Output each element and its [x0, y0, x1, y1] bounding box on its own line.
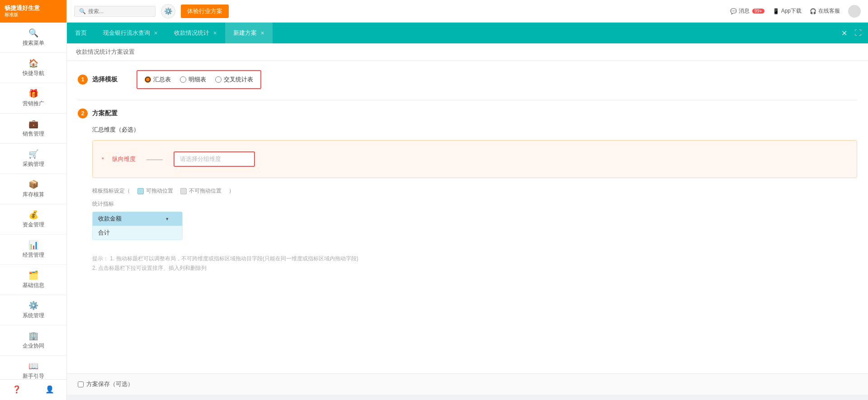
tab-home[interactable]: 首页 — [67, 23, 95, 43]
sidebar-item-purchase[interactable]: 🛒 采购管理 — [0, 144, 66, 174]
tab-new-plan[interactable]: 新建方案 ✕ — [225, 23, 273, 43]
radio-summary-input[interactable] — [145, 76, 151, 83]
basic-icon: 🗂️ — [28, 270, 38, 280]
metrics-settings-label: 模板指标设定（ — [92, 187, 130, 195]
metrics-section: 模板指标设定（ 可拖动位置 不可拖动位置 ） 统计指标 — [92, 187, 857, 241]
dimension-placeholder: 请选择分组维度 — [180, 155, 221, 162]
legend-draggable: 可拖动位置 — [137, 187, 173, 195]
step2-header: 2 方案配置 — [78, 108, 857, 118]
sidebar-bottom: ❓ 👤 — [0, 379, 66, 400]
content-area: 收款情况统计方案设置 1 选择模板 汇总表 明细表 — [67, 43, 868, 400]
template-selection: 汇总表 明细表 交叉统计表 — [137, 70, 261, 89]
radio-detail[interactable]: 明细表 — [180, 75, 206, 84]
radio-cross-input[interactable] — [215, 76, 222, 83]
sidebar-item-marketing[interactable]: 🎁 营销推广 — [0, 83, 66, 113]
sidebar-item-enterprise[interactable]: 🏢 企业协同 — [0, 325, 66, 356]
service-item[interactable]: 🎧 在线客服 — [810, 7, 840, 15]
sidebar: 畅捷通好生意 标准版 🔍 搜索菜单 🏠 快捷导航 🎁 营销推广 💼 销售管理 🛒… — [0, 0, 67, 400]
top-bar-right: 💬 消息 99+ 📱 App下载 🎧 在线客服 — [730, 5, 861, 18]
sales-icon: 💼 — [28, 119, 38, 129]
sidebar-item-operation-label: 经营管理 — [23, 251, 44, 259]
radio-cross-label: 交叉统计表 — [224, 75, 253, 84]
operation-icon: 📊 — [28, 240, 38, 250]
message-icon: 💬 — [730, 8, 737, 14]
dimension-input-box[interactable]: 请选择分组维度 — [174, 151, 255, 167]
dimension-config-label: 汇总维度（必选） — [92, 126, 857, 134]
sidebar-item-enterprise-label: 企业协同 — [23, 342, 44, 350]
tab-bar: 首页 现金银行流水查询 ✕ 收款情况统计 ✕ 新建方案 ✕ ✕ ⛶ — [67, 23, 868, 43]
sidebar-item-inventory-label: 库存核算 — [23, 191, 44, 198]
save-option: 方案保存（可选） — [67, 373, 868, 395]
search-menu-icon: 🔍 — [28, 28, 38, 38]
tab-payment-stats[interactable]: 收款情况统计 ✕ — [166, 23, 225, 43]
metrics-row-label: 合计 — [98, 229, 110, 236]
save-checkbox[interactable] — [78, 381, 84, 387]
sidebar-item-basic-label: 基础信息 — [23, 282, 44, 289]
radio-cross[interactable]: 交叉统计表 — [215, 75, 253, 84]
arrow-icon: —— — [146, 155, 163, 164]
legend-fixed-label: 不可拖动位置 — [189, 187, 222, 195]
metrics-title: 统计指标 — [92, 200, 857, 208]
step1-title: 选择模板 — [92, 75, 118, 84]
service-label: 在线客服 — [818, 7, 840, 15]
metrics-table-row: 合计 — [93, 226, 182, 240]
legend-fixed: 不可拖动位置 — [180, 187, 222, 195]
tab-bar-actions: ✕ ⛶ — [840, 27, 868, 39]
app-edition: 标准版 — [5, 12, 40, 18]
row-dimension-label: 纵向维度 — [112, 155, 136, 163]
sidebar-item-system[interactable]: ⚙️ 系统管理 — [0, 295, 66, 325]
radio-summary[interactable]: 汇总表 — [145, 75, 171, 84]
help-icon: ❓ — [12, 385, 21, 394]
search-box[interactable]: 🔍 — [74, 6, 156, 17]
required-mark: * — [102, 156, 104, 163]
sidebar-item-finance[interactable]: 💰 资金管理 — [0, 204, 66, 235]
finance-icon: 💰 — [28, 210, 38, 220]
search-input[interactable] — [88, 8, 151, 14]
sidebar-item-marketing-label: 营销推广 — [23, 100, 44, 108]
settings-button[interactable]: ⚙️ — [161, 4, 175, 19]
app-logo: 畅捷通好生意 标准版 — [0, 0, 66, 23]
user-icon: 👤 — [45, 385, 54, 394]
sidebar-item-search-label: 搜索菜单 — [23, 39, 44, 47]
sidebar-item-operation[interactable]: 📊 经营管理 — [0, 235, 66, 265]
sidebar-item-quick-nav-label: 快捷导航 — [23, 70, 44, 77]
message-item[interactable]: 💬 消息 99+ — [730, 7, 764, 15]
tab-cash-flow-close[interactable]: ✕ — [154, 30, 158, 36]
message-badge: 99+ — [752, 9, 764, 14]
step2-badge: 2 — [78, 108, 88, 118]
tab-payment-stats-close[interactable]: ✕ — [213, 30, 217, 36]
app-name: 畅捷通好生意 — [5, 5, 40, 12]
sidebar-item-basic[interactable]: 🗂️ 基础信息 — [0, 265, 66, 295]
maximize-icon[interactable]: ⛶ — [853, 27, 863, 39]
tab-new-plan-close[interactable]: ✕ — [260, 30, 264, 36]
user-avatar[interactable] — [848, 5, 861, 18]
headset-icon: 🎧 — [810, 8, 816, 14]
tab-cash-flow[interactable]: 现金银行流水查询 ✕ — [95, 23, 166, 43]
marketing-icon: 🎁 — [28, 89, 38, 99]
metrics-table: 收款金额 ▾ 合计 — [92, 212, 183, 240]
sidebar-item-sales[interactable]: 💼 销售管理 — [0, 113, 66, 144]
chevron-down-icon: ▾ — [166, 216, 169, 222]
sidebar-item-search[interactable]: 🔍 搜索菜单 — [0, 23, 66, 53]
sidebar-item-newbie[interactable]: 📖 新手引导 — [0, 356, 66, 379]
sidebar-user-btn[interactable]: 👤 — [33, 383, 67, 396]
tip-line1: 提示： 1. 拖动标题栏可以调整布局，不可跨维度或指标区域拖动目字段(只能在同一… — [92, 255, 857, 263]
download-item[interactable]: 📱 App下载 — [773, 7, 802, 15]
industry-button[interactable]: 体验行业方案 — [181, 5, 229, 18]
sidebar-help-btn[interactable]: ❓ — [0, 383, 33, 396]
sidebar-item-quick-nav[interactable]: 🏠 快捷导航 — [0, 53, 66, 83]
step1-header: 1 选择模板 汇总表 明细表 交叉统计表 — [78, 70, 857, 89]
section-divider-1 — [78, 100, 857, 100]
radio-detail-input[interactable] — [180, 76, 186, 83]
close-window-icon[interactable]: ✕ — [840, 27, 849, 39]
legend-draggable-color — [137, 188, 144, 194]
quick-nav-icon: 🏠 — [28, 58, 38, 68]
search-icon: 🔍 — [79, 8, 86, 14]
metrics-table-header[interactable]: 收款金额 ▾ — [93, 212, 182, 226]
legend-close: ） — [229, 187, 234, 195]
sidebar-item-inventory[interactable]: 📦 库存核算 — [0, 174, 66, 204]
main-area: 🔍 ⚙️ 体验行业方案 💬 消息 99+ 📱 App下载 🎧 在线客服 首页 — [67, 0, 868, 400]
metrics-header-label: 收款金额 — [98, 215, 122, 223]
top-bar: 🔍 ⚙️ 体验行业方案 💬 消息 99+ 📱 App下载 🎧 在线客服 — [67, 0, 868, 23]
legend-fixed-color — [180, 188, 187, 194]
